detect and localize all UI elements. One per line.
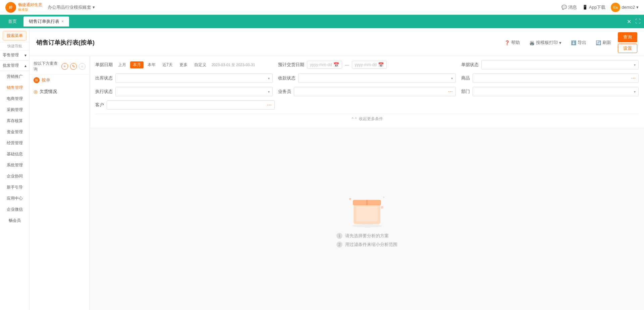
top-navigation: 好 畅捷通好生意 标准版 办公用品行业模拟账套 ▾ 💬 消息 📱 App下载 — [0, 0, 644, 15]
sidebar-item-member[interactable]: 畅会员 — [0, 215, 29, 226]
search-menu-button[interactable]: 搜索菜单 — [3, 31, 26, 41]
collapse-filters-button[interactable]: ⌃⌃ 收起更多条件 — [95, 114, 639, 124]
window-close-button[interactable]: ✕ — [626, 18, 632, 25]
newbie-label: 新手引导 — [7, 185, 23, 190]
salesman-filter: 业务员 ··· — [278, 87, 455, 96]
goods-more-icon[interactable]: ··· — [631, 75, 636, 81]
export-icon: ⬇️ — [571, 40, 576, 45]
print-label: 按模板打印 — [536, 40, 558, 46]
tab-home[interactable]: 首页 — [3, 16, 22, 27]
payment-status-select[interactable]: ▾ — [298, 73, 455, 83]
exec-status-filter: 执行状态 ▾ — [95, 87, 273, 96]
salesman-label: 业务员 — [278, 89, 291, 95]
message-label: 消息 — [568, 4, 577, 10]
marketing-label: 营销推广 — [7, 74, 23, 80]
date-tab-custom[interactable]: 自定义 — [192, 61, 209, 68]
window-expand-button[interactable]: ⛶ — [635, 18, 641, 25]
sidebar-item-marketing[interactable]: 营销推广 — [0, 71, 29, 82]
scheme-item-shortage[interactable]: ◎ 欠货情况 — [30, 86, 90, 97]
export-button[interactable]: ⬇️ 导出 — [568, 38, 589, 47]
shortage-icon: ◎ — [34, 89, 38, 94]
tab-close-icon[interactable]: × — [61, 19, 64, 24]
department-select[interactable]: ▾ — [473, 87, 639, 96]
tab-bar-right: ✕ ⛶ — [626, 18, 641, 25]
logo-text-area: 畅捷通好生意 标准版 — [18, 2, 42, 12]
date-tabs: 上月 本月 本年 近7天 更多 自定义 — [115, 61, 209, 68]
user-chevron-icon: ▾ — [636, 5, 639, 10]
goods-label: 商品 — [461, 75, 470, 81]
app-download-button[interactable]: 📱 App下载 — [582, 4, 605, 10]
help-button[interactable]: ❓ 帮助 — [502, 38, 523, 47]
sidebar-item-cooperation[interactable]: 企业协同 — [0, 171, 29, 182]
department-chevron-icon: ▾ — [634, 90, 636, 94]
add-scheme-button[interactable]: + — [61, 63, 68, 70]
left-panel: 按以下方案查询 + ✎ « 按 按单 ◎ 欠货情况 — [30, 56, 90, 310]
svg-point-4 — [352, 224, 382, 227]
customer-more-icon[interactable]: ··· — [267, 102, 271, 108]
date-tab-current-month[interactable]: 本月 — [130, 61, 144, 68]
collapse-scheme-button[interactable]: « — [79, 63, 86, 70]
sidebar-item-wechat[interactable]: 企业微信 — [0, 204, 29, 215]
help-label: 帮助 — [511, 40, 520, 46]
doc-status-select[interactable]: ▾ — [481, 60, 639, 69]
sidebar-item-inventory[interactable]: 库存核算 — [0, 115, 29, 126]
industry-selector[interactable]: 办公用品行业模拟账套 ▾ — [45, 3, 98, 12]
user-menu[interactable]: Ea demo2 ▾ — [611, 3, 639, 12]
salesman-select[interactable]: ··· — [294, 87, 455, 96]
scheme-label-order: 按单 — [42, 77, 50, 83]
calendar-to-icon[interactable]: 📅 — [378, 62, 384, 67]
sidebar-section-retail: 零售管理 ▾ — [0, 50, 29, 61]
home-tab-label: 首页 — [8, 19, 17, 24]
goods-filter: 商品 ··· — [461, 73, 639, 83]
filter-row-4: 客户 ··· — [95, 100, 639, 110]
out-status-label: 出库状态 — [95, 75, 113, 81]
tab-bar: 首页 销售订单执行表 × ✕ ⛶ — [0, 15, 644, 28]
sidebar-item-ecommerce[interactable]: 电商管理 — [0, 93, 29, 104]
date-tab-last7[interactable]: 近7天 — [160, 61, 175, 68]
logo-area: 好 畅捷通好生意 标准版 — [5, 2, 42, 13]
out-status-select[interactable]: ▾ — [115, 73, 273, 83]
operations-label: 经营管理 — [7, 140, 23, 146]
industry-arrow-icon: ▾ — [93, 5, 95, 10]
top-nav-right: 💬 消息 📱 App下载 Ea demo2 ▾ — [561, 3, 639, 12]
calendar-from-icon[interactable]: 📅 — [333, 62, 339, 67]
edit-scheme-button[interactable]: ✎ — [70, 63, 77, 70]
sidebar-item-sales[interactable]: 销售管理 — [0, 82, 29, 93]
customer-filter: 客户 ··· — [95, 100, 275, 110]
estimated-date-from[interactable]: yyyy-mm-dd 📅 — [307, 61, 342, 69]
doc-date-label: 单据日期 — [95, 62, 113, 68]
date-tab-last-month[interactable]: 上月 — [115, 61, 129, 68]
sidebar-item-purchase[interactable]: 采购管理 — [0, 104, 29, 115]
exec-status-chevron-icon: ▾ — [268, 90, 270, 94]
query-button[interactable]: 查询 — [618, 32, 637, 42]
exec-status-select[interactable]: ▾ — [115, 87, 273, 96]
date-tab-current-year[interactable]: 本年 — [145, 61, 158, 68]
industry-name: 办公用品行业模拟账套 — [48, 4, 91, 10]
message-button[interactable]: 💬 消息 — [561, 4, 577, 10]
salesman-more-icon[interactable]: ··· — [448, 89, 452, 95]
sidebar-item-retail[interactable]: 零售管理 ▾ — [0, 50, 29, 60]
sidebar-item-appstore[interactable]: 应用中心 — [0, 193, 29, 204]
sidebar-item-system[interactable]: 系统管理 — [0, 160, 29, 171]
sidebar-item-wholesale[interactable]: 批发管理 ▴ — [0, 61, 29, 71]
refresh-button[interactable]: 🔄 刷新 — [593, 38, 614, 47]
quick-nav-label: 快捷导航 — [7, 44, 22, 48]
customer-select[interactable]: ··· — [107, 100, 275, 110]
username: demo2 — [622, 5, 635, 10]
date-tab-more[interactable]: 更多 — [177, 61, 190, 68]
retail-arrow-icon: ▾ — [24, 53, 26, 58]
sidebar-item-finance[interactable]: 资金管理 — [0, 126, 29, 138]
template-print-button[interactable]: 🖨️ 按模板打印 ▾ — [527, 38, 564, 47]
sidebar-item-operations[interactable]: 经营管理 — [0, 138, 29, 149]
sidebar-item-quick-nav[interactable]: 快捷导航 — [0, 42, 29, 50]
scheme-item-by-order[interactable]: 按 按单 — [30, 74, 90, 86]
sidebar-item-basic[interactable]: 基础信息 — [0, 149, 29, 160]
sidebar-item-newbie[interactable]: 新手引导 — [0, 182, 29, 193]
settings-button[interactable]: 设置 — [618, 44, 637, 53]
estimated-date-to[interactable]: yyyy-mm-dd 📅 — [352, 61, 387, 69]
page-actions: ❓ 帮助 🖨️ 按模板打印 ▾ ⬇️ 导出 🔄 刷新 — [502, 32, 637, 53]
goods-select[interactable]: ··· — [473, 73, 639, 83]
collapse-label: 收起更多条件 — [359, 116, 383, 122]
tab-sales-execution[interactable]: 销售订单执行表 × — [23, 16, 69, 27]
basic-label: 基础信息 — [7, 151, 23, 157]
